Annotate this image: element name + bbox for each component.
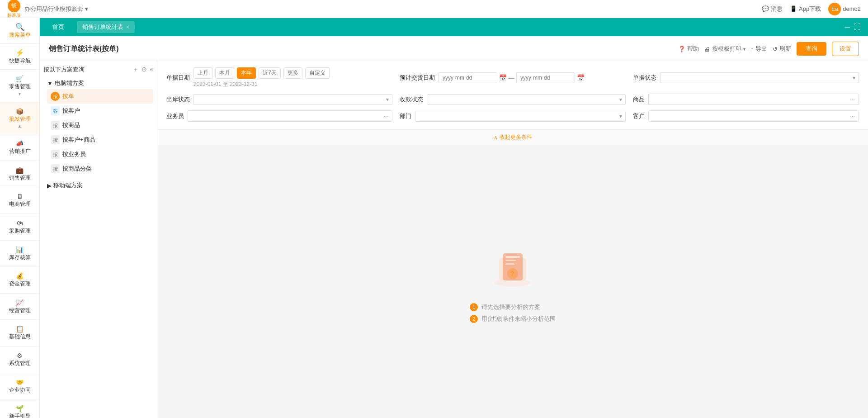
pc-section-header[interactable]: ▼ 电脑端方案 — [43, 77, 153, 89]
sidebar-search[interactable]: 🔍 搜索菜单 — [0, 18, 39, 44]
tab-home[interactable]: 首页 — [47, 21, 70, 33]
date-btn-this-year[interactable]: 本年 — [237, 67, 256, 79]
sidebar-item-purchase[interactable]: 🛍 采购管理 — [0, 214, 39, 241]
sidebar-item-marketing[interactable]: 📣 营销推广 — [0, 134, 39, 161]
export-button[interactable]: ↑ 导出 — [751, 45, 768, 53]
refresh-button[interactable]: ↺ 刷新 — [773, 45, 791, 53]
order-status-select-wrapper — [660, 72, 859, 83]
by-customer-label: 按客户 — [62, 107, 80, 115]
sidebar-nav-label: 快捷导航 — [4, 57, 36, 65]
filter-row-2: 出库状态 收款状态 — [166, 94, 859, 105]
workspace-selector[interactable]: 办公用品行业模拟账套 ▾ — [24, 5, 88, 13]
operations-icon: 📈 — [16, 299, 24, 306]
query-button[interactable]: 查询 — [797, 42, 826, 56]
department-item: 部门 — [400, 111, 626, 122]
salesperson-more-icon[interactable]: ··· — [383, 113, 388, 119]
tree-item-by-customer[interactable]: 客 按客户 — [47, 104, 153, 118]
date-btn-this-month[interactable]: 本月 — [215, 67, 234, 79]
tip1-text: 请先选择要分析的方案 — [481, 303, 540, 311]
date-btn-more[interactable]: 更多 — [283, 67, 302, 79]
top-bar-right: 💬 消息 📱 App下载 Ea demo2 — [762, 3, 861, 15]
tree-item-by-salesperson[interactable]: 按 按业务员 — [47, 147, 153, 162]
salesperson-item: 业务员 ··· — [166, 110, 392, 122]
user-label: demo2 — [843, 5, 861, 12]
set-button[interactable]: 设置 — [832, 42, 859, 56]
sidebar-item-retail[interactable]: 🛒 零售管理 ▾ — [0, 70, 39, 102]
window-controls: ─ ⛶ — [845, 23, 861, 31]
tip2-text: 用[过滤]条件来缩小分析范围 — [481, 315, 555, 323]
order-status-select[interactable] — [660, 72, 859, 83]
settings-plan-icon[interactable]: ⊙ — [142, 66, 147, 74]
calendar-start-icon[interactable]: 📅 — [499, 74, 507, 81]
top-bar: 畅 标准版 办公用品行业模拟账套 ▾ 💬 消息 📱 App下载 Ea demo2 — [0, 0, 868, 18]
sidebar-newbie-label: 新手引导 — [9, 413, 31, 418]
inventory-icon: 📊 — [16, 246, 24, 253]
date-btn-last-month[interactable]: 上月 — [193, 67, 212, 79]
date-quick-btns: 上月 本月 本年 近7天 更多 自定义 — [193, 67, 392, 79]
sales-icon: 💼 — [16, 166, 24, 174]
sidebar-item-ecommerce[interactable]: 🖥 电商管理 — [0, 187, 39, 214]
by-customer-product-label: 按客户+商品 — [62, 136, 95, 144]
purchase-icon: 🛍 — [17, 219, 23, 227]
app-download-icon: 📱 — [790, 5, 797, 12]
tree-item-by-customer-product[interactable]: 按 按客户+商品 — [47, 133, 153, 147]
avatar: Ea — [828, 3, 841, 15]
sidebar-item-sales[interactable]: 💼 销售管理 — [0, 161, 39, 188]
tree-item-by-product[interactable]: 按 按商品 — [47, 118, 153, 133]
message-action[interactable]: 💬 消息 — [762, 5, 783, 13]
wholesale-arrow-icon: ▲ — [18, 124, 22, 128]
sidebar: 🔍 搜索菜单 ⚡ 快捷导航 🛒 零售管理 ▾ 📦 批发管理 ▲ 📣 营销推广 💼… — [0, 18, 40, 418]
sidebar-item-basic[interactable]: 📋 基础信息 — [0, 320, 39, 347]
department-select[interactable] — [415, 111, 626, 122]
message-label: 消息 — [771, 5, 783, 13]
sidebar-nav-quick[interactable]: ⚡ 快捷导航 — [0, 44, 39, 70]
print-label: 按模板打印 — [712, 45, 741, 53]
collapse-filter-button[interactable]: ∧ 收起更多条件 — [157, 129, 868, 145]
payment-status-select[interactable] — [427, 94, 626, 105]
expected-date-end-input[interactable] — [516, 72, 575, 83]
sidebar-item-inventory[interactable]: 📊 库存核算 — [0, 241, 39, 267]
maximize-icon[interactable]: ⛶ — [854, 23, 861, 31]
sidebar-item-newbie[interactable]: 🌱 新手引导 — [0, 399, 39, 418]
mobile-section-header[interactable]: ▶ 移动端方案 — [43, 180, 153, 191]
sidebar-item-wholesale[interactable]: 📦 批发管理 ▲ — [0, 102, 39, 135]
order-status-item: 单据状态 — [633, 72, 859, 83]
template-print-button[interactable]: 🖨 按模板打印 ▾ — [704, 45, 745, 53]
by-order-icon: 按 — [51, 92, 60, 101]
collapse-label: 收起更多条件 — [500, 133, 532, 141]
tab-sales-stats[interactable]: 销售订单统计表 × — [77, 21, 135, 33]
svg-rect-5 — [505, 263, 514, 265]
app-download-action[interactable]: 📱 App下载 — [790, 5, 821, 13]
tree-item-by-product-category[interactable]: 按 按商品分类 — [47, 162, 153, 176]
collapse-panel-icon[interactable]: « — [150, 66, 153, 74]
date-btn-7days[interactable]: 近7天 — [259, 67, 281, 79]
ship-status-select[interactable] — [193, 94, 392, 105]
sidebar-item-finance[interactable]: 💰 资金管理 — [0, 267, 39, 294]
panel-header: 按以下方案查询 ＋ ⊙ « — [43, 66, 153, 74]
calendar-end-icon[interactable]: 📅 — [577, 74, 585, 81]
tree-item-by-order[interactable]: 按 按单 — [47, 89, 153, 104]
workspace-arrow-icon: ▾ — [85, 5, 88, 12]
sidebar-retail-label: 零售管理 — [9, 83, 31, 90]
sidebar-item-enterprise[interactable]: 🤝 企业协同 — [0, 373, 39, 400]
date-range-separator: — — [509, 75, 514, 81]
help-button[interactable]: ❓ 帮助 — [678, 45, 699, 53]
add-plan-icon[interactable]: ＋ — [132, 66, 139, 74]
customer-more-icon[interactable]: ··· — [850, 113, 855, 119]
date-filter-item: 单据日期 上月 本月 本年 近7天 更多 自定义 20 — [166, 67, 392, 88]
user-action[interactable]: Ea demo2 — [828, 3, 861, 15]
minimize-icon[interactable]: ─ — [845, 23, 850, 31]
sidebar-finance-label: 资金管理 — [9, 280, 31, 288]
newbie-icon: 🌱 — [16, 405, 24, 412]
sidebar-item-system[interactable]: ⚙ 系统管理 — [0, 347, 39, 373]
salesperson-label: 业务员 — [166, 112, 184, 120]
sidebar-item-operations[interactable]: 📈 经营管理 — [0, 294, 39, 320]
mobile-expand-arrow-icon: ▶ — [47, 182, 52, 189]
sidebar-inventory-label: 库存核算 — [9, 254, 31, 261]
date-btn-custom[interactable]: 自定义 — [305, 67, 330, 79]
svg-rect-4 — [505, 260, 516, 261]
ecommerce-icon: 🖥 — [17, 193, 23, 200]
expected-date-start-input[interactable] — [439, 72, 497, 83]
tab-close-icon[interactable]: × — [126, 24, 129, 30]
product-more-icon[interactable]: ··· — [850, 96, 855, 103]
